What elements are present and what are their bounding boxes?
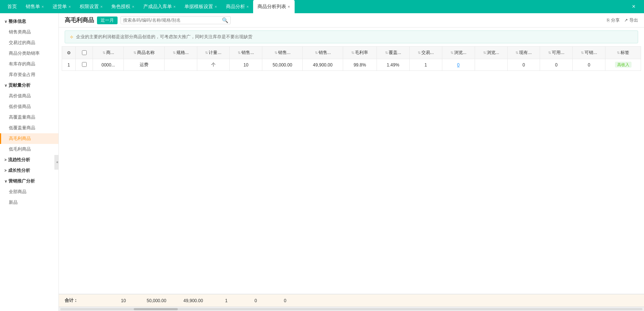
sort-icon-spec: ⇅ (173, 51, 176, 55)
col-header-gross_margin[interactable]: ⇅毛利率 (343, 47, 377, 59)
cell-gross_margin-0: 99.8% (343, 59, 377, 71)
sort-icon-sales_amount: ⇅ (274, 51, 277, 55)
col-header-sales_qty[interactable]: ⇅销售... (230, 47, 262, 59)
sidebar-group-4[interactable]: ∨营销推广分析 (0, 176, 58, 187)
horizontal-scrollbar[interactable] (59, 307, 644, 311)
col-label-gross_margin: 毛利率 (355, 50, 368, 56)
sidebar-item-4-0[interactable]: 全部商品 (0, 187, 58, 197)
col-label-unit: 计量... (209, 50, 221, 56)
nav-tab-0[interactable]: 首页 (3, 0, 21, 13)
sort-icon-sales_cost: ⇅ (315, 51, 318, 55)
search-icon[interactable]: 🔍 (222, 17, 228, 23)
col-header-sellable[interactable]: ⇅可销... (573, 47, 605, 59)
sidebar-item-1-3[interactable]: 低覆盖量商品 (0, 123, 58, 133)
sidebar-group-2[interactable]: >流趋性分析 (0, 155, 58, 165)
col-label-view2: 浏览... (487, 50, 499, 56)
sidebar: ∨整体信息销售类商品交易过的商品商品分类助销率有库存的商品库存资金占用∨贡献量分… (0, 13, 59, 311)
cell-available-0: 0 (540, 59, 573, 71)
cell-coverage-0: 1.49% (377, 59, 409, 71)
settings-icon[interactable]: ⚙ (67, 50, 71, 55)
col-header-view1[interactable]: ⇅浏览... (442, 47, 475, 59)
table-container[interactable]: ⚙⇅商...⇅商品名称⇅规格...⇅计量...⇅销售...⇅销售...⇅销售..… (59, 46, 644, 294)
time-filter-button[interactable]: 近一月 (97, 17, 118, 24)
cell-checkbox-0 (76, 59, 93, 71)
share-button[interactable]: ⎘ 分享 (607, 17, 620, 23)
info-icon: ✧ (69, 34, 74, 40)
col-header-trade[interactable]: ⇅交易... (409, 47, 442, 59)
cell-spec-0 (164, 59, 197, 71)
cell-sellable-0: 0 (573, 59, 605, 71)
info-banner: ✧ 企业的主要的利润都是这部分商品创造的，可考虑加大推广，同时关注库存是不要出现… (65, 30, 638, 43)
nav-tab-3[interactable]: 权限设置 × (75, 0, 107, 13)
cell-sales_amount-0: 50,000.00 (262, 59, 303, 71)
nav-tab-close-3[interactable]: × (100, 4, 102, 9)
nav-tab-4[interactable]: 角色授权 × (107, 0, 138, 13)
col-header-view2[interactable]: ⇅浏览... (475, 47, 507, 59)
nav-tab-8[interactable]: 商品分析列表 × (253, 0, 294, 13)
nav-tab-close-2[interactable]: × (68, 4, 71, 9)
nav-tab-close-7[interactable]: × (247, 4, 249, 9)
sidebar-item-1-5[interactable]: 低毛利商品 (0, 144, 58, 155)
sidebar-item-0-2[interactable]: 商品分类助销率 (0, 48, 58, 59)
sidebar-group-label-3: 成长性分析 (8, 167, 30, 174)
scrollbar-thumb[interactable] (134, 308, 178, 310)
footer-sales-cost: 49,900.00 (175, 298, 212, 303)
col-header-settings[interactable]: ⚙ (62, 47, 76, 59)
col-header-sales_cost[interactable]: ⇅销售... (303, 47, 343, 59)
header-actions: ⎘ 分享 ↗ 导出 (607, 17, 638, 23)
sidebar-item-1-4[interactable]: 高毛利商品 (0, 133, 58, 144)
nav-tab-close-1[interactable]: × (42, 4, 44, 9)
col-header-tag[interactable]: ⇅标签 (605, 47, 641, 59)
sidebar-item-0-0[interactable]: 销售类商品 (0, 27, 58, 37)
nav-tab-2[interactable]: 进货单 × (48, 0, 75, 13)
nav-tab-6[interactable]: 单据模板设置 × (180, 0, 221, 13)
row-checkbox-0[interactable] (82, 62, 87, 67)
col-header-sales_amount[interactable]: ⇅销售... (262, 47, 303, 59)
content-header: 高毛利商品 近一月 🔍 ⎘ 分享 ↗ 导出 (59, 13, 644, 28)
col-header-current_stock[interactable]: ⇅现有... (507, 47, 540, 59)
nav-tab-close-4[interactable]: × (132, 4, 134, 9)
col-header-checkbox[interactable] (76, 47, 93, 59)
window-close-button[interactable]: × (626, 0, 641, 13)
scrollbar-track (60, 308, 643, 310)
col-header-code[interactable]: ⇅商... (93, 47, 124, 59)
sidebar-group-label-4: 营销推广分析 (8, 178, 35, 184)
col-header-unit[interactable]: ⇅计量... (197, 47, 230, 59)
nav-tab-7[interactable]: 商品分析 × (222, 0, 253, 13)
sidebar-group-3[interactable]: >成长性分析 (0, 165, 58, 176)
col-label-sales_qty: 销售... (241, 50, 254, 56)
nav-tab-1[interactable]: 销售单 × (21, 0, 48, 13)
sidebar-group-label-2: 流趋性分析 (8, 157, 30, 163)
col-header-spec[interactable]: ⇅规格... (164, 47, 197, 59)
sidebar-group-0[interactable]: ∨整体信息 (0, 16, 58, 27)
export-button[interactable]: ↗ 导出 (624, 17, 638, 23)
nav-tab-5[interactable]: 产成品入库单 × (139, 0, 180, 13)
col-header-available[interactable]: ⇅可用... (540, 47, 573, 59)
link-view1-0[interactable]: 0 (457, 62, 460, 68)
sort-icon-name: ⇅ (133, 51, 136, 55)
select-all-checkbox[interactable] (82, 50, 87, 55)
cell-view1-0: 0 (442, 59, 475, 71)
sidebar-item-0-3[interactable]: 有库存的商品 (0, 59, 58, 69)
col-header-name[interactable]: ⇅商品名称 (123, 47, 164, 59)
sidebar-item-0-4[interactable]: 库存资金占用 (0, 69, 58, 80)
nav-tab-close-8[interactable]: × (288, 4, 290, 9)
table-row: 10000...运费个1050,000.0049,900.0099.8%1.49… (62, 59, 641, 71)
sidebar-item-1-0[interactable]: 高价值商品 (0, 91, 58, 101)
sidebar-group-1[interactable]: ∨贡献量分析 (0, 80, 58, 91)
cell-name-0: 运费 (123, 59, 164, 71)
cell-trade-0: 1 (409, 59, 442, 71)
col-label-name: 商品名称 (137, 50, 155, 56)
sidebar-item-4-1[interactable]: 新品 (0, 197, 58, 208)
search-input[interactable] (123, 18, 222, 23)
search-box: 🔍 (120, 16, 231, 24)
sidebar-collapse-button[interactable]: « (54, 155, 59, 170)
sidebar-item-0-1[interactable]: 交易过的商品 (0, 37, 58, 48)
nav-tab-close-6[interactable]: × (215, 4, 217, 9)
col-header-coverage[interactable]: ⇅覆盖... (377, 47, 409, 59)
cell-sales_qty-0: 10 (230, 59, 262, 71)
col-label-available: 可用... (552, 50, 564, 56)
nav-tab-close-5[interactable]: × (173, 4, 176, 9)
sidebar-item-1-1[interactable]: 低价值商品 (0, 101, 58, 112)
sidebar-item-1-2[interactable]: 高覆盖量商品 (0, 112, 58, 123)
